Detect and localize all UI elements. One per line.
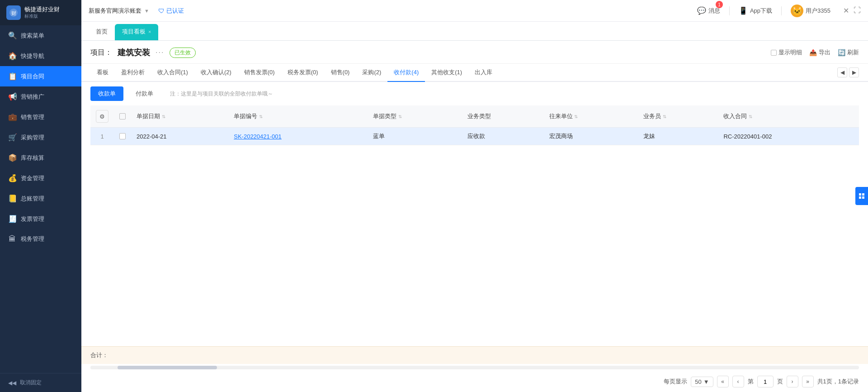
- sidebar-item-quicknav[interactable]: 🏠 快捷导航: [0, 46, 81, 66]
- th-date-label: 单据日期: [137, 113, 160, 120]
- ledger-icon: 📒: [8, 194, 16, 203]
- sidebar-item-purchase[interactable]: 🛒 采购管理: [0, 127, 81, 148]
- refresh-button[interactable]: 🔄 刷新: [838, 48, 859, 57]
- cell-index: 1: [90, 128, 114, 145]
- subtab-tax-invoice[interactable]: 税务发票(0): [281, 64, 325, 82]
- per-page-dropdown-icon: ▼: [703, 378, 709, 385]
- th-number-label: 单据编号: [234, 113, 257, 120]
- settings-gear-button[interactable]: ⚙: [96, 110, 108, 123]
- messages-button[interactable]: 💬 1 消息: [697, 6, 720, 15]
- float-right-button[interactable]: [855, 187, 868, 205]
- subtab-profit[interactable]: 盈利分析: [115, 64, 151, 82]
- tab-active-label: 项目看板: [122, 28, 146, 36]
- row-checkbox[interactable]: [119, 133, 126, 139]
- page-first-icon: «: [721, 378, 724, 385]
- refresh-label: 刷新: [847, 48, 859, 57]
- subtab-income-contract[interactable]: 收入合同(1): [151, 64, 194, 82]
- sidebar-unpin-button[interactable]: ◀◀ 取消固定: [0, 373, 81, 392]
- tab-close-button[interactable]: ×: [148, 29, 151, 34]
- th-partner: 往来单位 ⇅: [544, 105, 638, 128]
- per-page-select[interactable]: 50 ▼: [691, 377, 713, 387]
- salesman-sort-icon[interactable]: ⇅: [663, 114, 666, 119]
- cell-number[interactable]: SK-20220421-001: [228, 128, 368, 145]
- page-first-button[interactable]: «: [717, 376, 729, 387]
- tax-icon: 🏛: [8, 235, 16, 243]
- tab-home[interactable]: 首页: [89, 24, 115, 40]
- tab-project-kanban[interactable]: 项目看板 ×: [115, 24, 158, 40]
- subtab-sales[interactable]: 销售(0): [325, 64, 356, 82]
- app-download-button[interactable]: 📱 App下载: [739, 6, 772, 15]
- certified-label: 已认证: [166, 7, 184, 15]
- subtab-purchase[interactable]: 采购(2): [356, 64, 387, 82]
- sidebar-item-finance[interactable]: 💰 资金管理: [0, 168, 81, 188]
- finance-icon: 💰: [8, 174, 16, 182]
- table-wrap: ⚙ 单据日期 ⇅ 单据编号 ⇅: [81, 105, 868, 346]
- sidebar-item-marketing[interactable]: 📢 营销推广: [0, 86, 81, 107]
- sidebar-item-sales[interactable]: 💼 销售管理: [0, 107, 81, 127]
- subtab-next-button[interactable]: ▶: [849, 67, 859, 77]
- home-icon: 🏠: [8, 52, 16, 60]
- sidebar-item-search[interactable]: 🔍 搜索菜单: [0, 25, 81, 46]
- purchase-icon: 🛒: [8, 133, 16, 142]
- subtab-payment[interactable]: 收付款(4): [387, 64, 425, 82]
- sidebar-item-ledger[interactable]: 📒 总账管理: [0, 188, 81, 209]
- date-sort-icon[interactable]: ⇅: [162, 114, 165, 119]
- export-button[interactable]: 📤 导出: [809, 48, 830, 57]
- number-sort-icon[interactable]: ⇅: [259, 114, 263, 119]
- close-button[interactable]: ✕: [843, 6, 849, 15]
- show-detail-toggle[interactable]: 显示明细: [771, 48, 802, 57]
- type-sort-icon[interactable]: ⇅: [398, 114, 402, 119]
- certified-badge: 🛡 已认证: [158, 7, 184, 15]
- subtab-prev-button[interactable]: ◀: [837, 67, 847, 77]
- select-all-checkbox[interactable]: [119, 113, 126, 120]
- show-detail-checkbox[interactable]: [771, 50, 777, 56]
- partner-sort-icon[interactable]: ⇅: [574, 114, 578, 119]
- svg-rect-2: [859, 193, 861, 196]
- user-menu[interactable]: 🐱 用户3355: [791, 5, 830, 17]
- window-controls: ✕ ⛶: [843, 6, 861, 15]
- refresh-icon: 🔄: [838, 49, 845, 56]
- sidebar-scroll: 🔍 搜索菜单 🏠 快捷导航 📋 项目合同 📢 营销推广 💼 销售管理 🛒 采购管…: [0, 25, 81, 373]
- messages-badge: 1: [716, 1, 723, 8]
- inner-tab-receipt[interactable]: 收款单: [90, 86, 123, 101]
- topbar-actions: 💬 1 消息 📱 App下载 🐱 用户3355: [697, 5, 830, 17]
- subtab-other[interactable]: 其他收支(1): [425, 64, 468, 82]
- per-page-value: 50: [695, 378, 701, 385]
- page-label: 第: [748, 378, 754, 386]
- subtab-kanban-label: 看板: [97, 69, 108, 76]
- tab-home-label: 首页: [96, 28, 108, 36]
- sidebar-item-invoice[interactable]: 🧾 发票管理: [0, 209, 81, 229]
- table-row[interactable]: 1 2022-04-21 SK-20220421-001 蓝单 应收款 宏茂商: [90, 128, 859, 145]
- divider: [729, 6, 730, 15]
- cell-contract: RC-20220401-002: [718, 128, 859, 145]
- subtab-payment-label: 收付款(4): [394, 69, 419, 76]
- subtab-kanban[interactable]: 看板: [90, 64, 115, 82]
- subtab-income-confirm-label: 收入确认(2): [201, 69, 231, 76]
- contract-sort-icon[interactable]: ⇅: [749, 114, 752, 119]
- project-selector[interactable]: 新服务官网演示账套 ▼: [89, 7, 149, 15]
- sidebar-item-label: 库存核算: [21, 154, 44, 162]
- sidebar-item-tax[interactable]: 🏛 税务管理: [0, 229, 81, 249]
- page-next-button[interactable]: ›: [787, 376, 798, 387]
- sidebar-item-project[interactable]: 📋 项目合同: [0, 66, 81, 86]
- horizontal-scrollbar[interactable]: [90, 366, 859, 369]
- expand-button[interactable]: ⛶: [854, 6, 861, 15]
- sidebar-item-inventory[interactable]: 📦 库存核算: [0, 148, 81, 168]
- th-biz-type-label: 业务类型: [467, 113, 491, 120]
- subtab-sales-invoice[interactable]: 销售发票(0): [238, 64, 281, 82]
- sidebar-item-label: 资金管理: [21, 174, 44, 182]
- shield-icon: 🛡: [158, 7, 165, 14]
- sidebar-item-label: 税务管理: [21, 235, 44, 243]
- scrollbar-thumb[interactable]: [118, 366, 217, 369]
- th-biz-type: 业务类型: [462, 105, 544, 128]
- page-number-input[interactable]: [757, 376, 774, 387]
- project-more-button[interactable]: ···: [156, 48, 164, 57]
- subtab-warehouse[interactable]: 出入库: [468, 64, 499, 82]
- page-last-button[interactable]: »: [802, 376, 814, 387]
- page-prev-button[interactable]: ‹: [732, 376, 744, 387]
- cell-salesman: 龙妹: [638, 128, 718, 145]
- inner-tab-payment[interactable]: 付款单: [128, 86, 161, 101]
- record-number-link[interactable]: SK-20220421-001: [234, 133, 282, 140]
- subtab-income-confirm[interactable]: 收入确认(2): [194, 64, 238, 82]
- subtab-warehouse-label: 出入库: [475, 69, 492, 76]
